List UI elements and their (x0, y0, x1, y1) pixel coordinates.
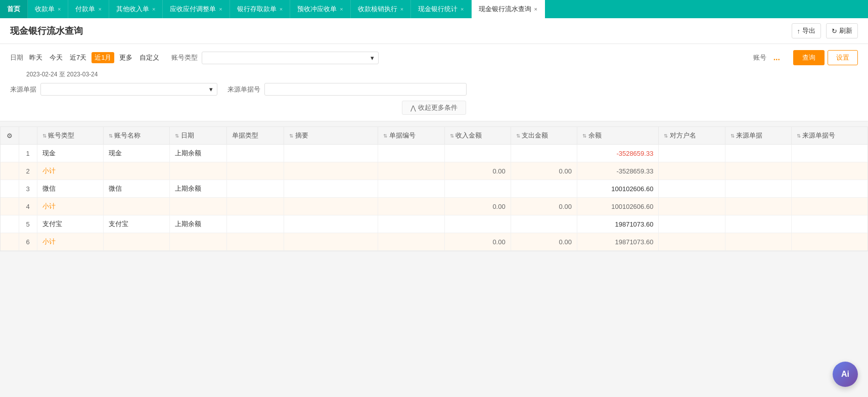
row-account-type: 小计 (37, 162, 103, 180)
row-date (169, 162, 226, 180)
row-counterpart (659, 162, 725, 180)
th-account-type[interactable]: ⇅ 账号类型 (37, 127, 103, 145)
row-doc-no (378, 162, 444, 180)
row-account-name (103, 162, 169, 180)
shortcut-more[interactable]: 更多 (117, 52, 134, 63)
shortcut-1month[interactable]: 近1月 (92, 52, 114, 63)
nav-tab-bank-deposit[interactable]: 银行存取款单 × (230, 0, 290, 18)
row-date (169, 233, 226, 251)
row-expense: 0.00 (511, 198, 577, 215)
collapse-label: 收起更多条件 (418, 103, 458, 112)
nav-tab-writeoff[interactable]: 收款核销执行 × (351, 0, 411, 18)
sort-icon: ⇅ (582, 133, 586, 139)
action-buttons: 查询 设置 (793, 50, 858, 65)
row-summary (284, 233, 378, 251)
row-date: 上期余额 (169, 180, 226, 198)
nav-home[interactable]: 首页 (0, 0, 28, 18)
nav-tab-advance-offset[interactable]: 预收冲应收单 × (290, 0, 350, 18)
row-doc-type (227, 233, 284, 251)
th-source-doc[interactable]: ⇅ 来源单据 (725, 127, 791, 145)
row-source-doc-no (791, 145, 867, 162)
th-source-doc-no[interactable]: ⇅ 来源单据号 (791, 127, 867, 145)
close-icon[interactable]: × (400, 6, 403, 12)
nav-tab-advance-offset-label: 预收冲应收单 (297, 5, 337, 14)
nav-tab-ar-ap-adjust[interactable]: 应收应付调整单 × (163, 0, 230, 18)
th-balance[interactable]: ⇅ 余额 (577, 127, 658, 145)
close-icon[interactable]: × (461, 6, 464, 12)
th-doc-no[interactable]: ⇅ 单据编号 (378, 127, 444, 145)
shortcut-7days[interactable]: 近7天 (68, 52, 88, 63)
header-actions: ↑ 导出 ↻ 刷新 (792, 23, 858, 38)
chevron-down-icon: ▾ (371, 54, 374, 62)
row-account-type: 微信 (37, 180, 103, 198)
shortcut-today[interactable]: 今天 (48, 52, 65, 63)
source-doc-select[interactable]: ▾ (40, 83, 217, 96)
row-account-type: 支付宝 (37, 215, 103, 233)
page-header: 现金银行流水查询 ↑ 导出 ↻ 刷新 (0, 18, 868, 44)
th-counterpart[interactable]: ⇅ 对方户名 (659, 127, 725, 145)
account-type-select[interactable]: ▾ (202, 52, 379, 64)
refresh-icon: ↻ (832, 27, 837, 35)
row-doc-type (227, 180, 284, 198)
nav-tab-receipt-label: 收款单 (35, 5, 55, 14)
page-title: 现金银行流水查询 (10, 25, 83, 37)
row-balance: -3528659.33 (577, 162, 658, 180)
nav-tab-payment-label: 付款单 (75, 5, 95, 14)
filter-group-source-doc: 来源单据 ▾ (10, 83, 217, 96)
row-account-type: 小计 (37, 198, 103, 215)
shortcut-yesterday[interactable]: 昨天 (27, 52, 44, 63)
nav-tab-other-income[interactable]: 其他收入单 × (109, 0, 163, 18)
close-icon[interactable]: × (280, 6, 283, 12)
nav-tab-bank-deposit-label: 银行存取款单 (237, 5, 277, 14)
close-icon[interactable]: × (98, 6, 101, 12)
export-icon: ↑ (797, 27, 801, 35)
close-icon[interactable]: × (219, 6, 222, 12)
sort-icon: ⇅ (109, 133, 113, 139)
query-button[interactable]: 查询 (793, 50, 825, 65)
nav-tab-other-income-label: 其他收入单 (116, 5, 149, 14)
refresh-button[interactable]: ↻ 刷新 (826, 23, 858, 38)
date-range-display: 2023-02-24 至 2023-03-24 (26, 70, 858, 79)
account-dots-button[interactable]: ... (770, 52, 783, 63)
nav-tab-cash-bank-stat-label: 现金银行统计 (418, 5, 458, 14)
nav-tab-cash-bank-flow-label: 现金银行流水查询 (479, 5, 531, 14)
source-doc-no-input[interactable] (264, 83, 467, 96)
sort-icon: ⇅ (664, 133, 668, 139)
close-icon[interactable]: × (340, 6, 343, 12)
row-doc-type (227, 215, 284, 233)
row-income: 0.00 (444, 198, 511, 215)
row-source-doc-no (791, 198, 867, 215)
th-expense[interactable]: ⇅ 支出金额 (511, 127, 577, 145)
th-num (19, 127, 37, 145)
settings-button[interactable]: 设置 (828, 50, 858, 65)
close-icon[interactable]: × (152, 6, 155, 12)
close-icon[interactable]: × (534, 6, 537, 12)
nav-tab-receipt[interactable]: 收款单 × (28, 0, 68, 18)
nav-tab-cash-bank-flow[interactable]: 现金银行流水查询 × (472, 0, 545, 18)
row-balance: 100102606.60 (577, 180, 658, 198)
th-date[interactable]: ⇅ 日期 (169, 127, 226, 145)
row-counterpart (659, 233, 725, 251)
th-account-name[interactable]: ⇅ 账号名称 (103, 127, 169, 145)
collapse-button[interactable]: ⋀ 收起更多条件 (402, 101, 466, 115)
export-button[interactable]: ↑ 导出 (792, 23, 821, 38)
th-summary[interactable]: ⇅ 摘要 (284, 127, 378, 145)
row-summary (284, 198, 378, 215)
row-gear (1, 233, 19, 251)
gear-icon[interactable]: ⚙ (7, 132, 13, 140)
th-income[interactable]: ⇅ 收入金额 (444, 127, 511, 145)
row-source-doc (725, 162, 791, 180)
nav-tab-cash-bank-stat[interactable]: 现金银行统计 × (411, 0, 471, 18)
shortcut-custom[interactable]: 自定义 (138, 52, 161, 63)
row-expense (511, 180, 577, 198)
close-icon[interactable]: × (58, 6, 61, 12)
row-account-name: 支付宝 (103, 215, 169, 233)
nav-tab-writeoff-label: 收款核销执行 (358, 5, 397, 14)
row-num: 6 (19, 233, 37, 251)
row-source-doc-no (791, 180, 867, 198)
th-gear: ⚙ (1, 127, 19, 145)
table-row: 2 小计 0.00 0.00 -3528659.33 (1, 162, 867, 180)
nav-tab-payment[interactable]: 付款单 × (68, 0, 109, 18)
row-counterpart (659, 180, 725, 198)
row-source-doc (725, 215, 791, 233)
